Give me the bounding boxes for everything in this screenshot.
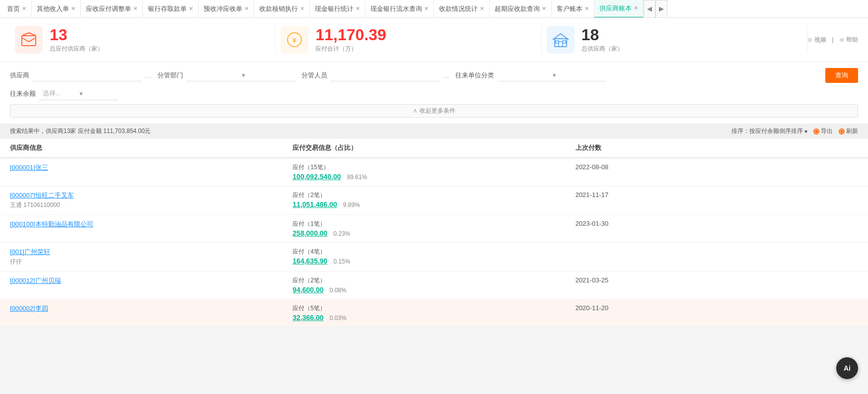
supplier-link-2[interactable]: [000100]本特勤油品有限公司 <box>10 220 93 228</box>
nav-tab-4-close[interactable]: ✕ <box>244 5 249 12</box>
nav-tab-10-label: 客户账本 <box>557 4 582 13</box>
supplier-filter-dots: ... <box>145 72 151 79</box>
summary-bar: 13 总应付供应商（家） ¥ 11,170.39 应付合计（万） 1 <box>0 18 868 62</box>
balance-filter-label: 往来余额 <box>10 89 36 98</box>
export-button[interactable]: 导出 <box>813 127 833 135</box>
sort-button[interactable]: 排序：按应付余额倒序排序 ▾ <box>731 127 807 135</box>
payable-info-2: 应付（1笔） 258,000.00 0.23% <box>292 220 575 237</box>
summary-card-total-suppliers: 18 总供应商（家） <box>542 26 807 54</box>
nav-tab-supplier-ledger[interactable]: 供应商账本 ✕ <box>594 0 644 18</box>
payable-label-2: 应付（1笔） <box>292 220 575 228</box>
summary-card-payable-suppliers: 13 总应付供应商（家） <box>10 26 276 54</box>
payable-info-0: 应付（15笔） 100,092,540.00 89.61% <box>292 163 575 181</box>
supplier-table: 供应商信息 应付交易信息（占比） 上次付数 [000001]张三 应付（15笔）… <box>0 138 868 327</box>
category-filter-select[interactable]: ▾ <box>497 69 606 81</box>
payable-info-row-1: 11,051,486.00 9.89% <box>292 199 575 208</box>
payable-info-row-0: 100,092,540.00 89.61% <box>292 172 575 181</box>
payable-amount-4[interactable]: 94,600.00 <box>292 286 323 294</box>
nav-tab-8[interactable]: 收款情况统计 ✕ <box>434 0 490 18</box>
nav-tab-home-close[interactable]: ✕ <box>22 5 26 12</box>
supplier-link-4[interactable]: [000012]广州贝瑞 <box>10 277 61 284</box>
svg-rect-6 <box>559 42 563 47</box>
store-icon <box>547 26 575 54</box>
payable-amount-0[interactable]: 100,092,540.00 <box>292 173 341 181</box>
svg-rect-0 <box>22 36 36 46</box>
dept-chevron-icon: ▾ <box>242 71 291 79</box>
export-radio-icon <box>813 129 819 134</box>
supplier-link-0[interactable]: [000001]张三 <box>10 164 48 171</box>
payable-amount-3[interactable]: 164,635.90 <box>292 257 327 265</box>
refresh-button[interactable]: 刷新 <box>839 127 858 135</box>
nav-tab-4[interactable]: 预收冲应收单 ✕ <box>199 0 254 18</box>
balance-filter-value: 选择... <box>43 89 77 98</box>
payable-amount-1[interactable]: 11,051,486.00 <box>292 200 337 208</box>
nav-tab-8-label: 收款情况统计 <box>439 4 478 13</box>
supplier-filter-input[interactable] <box>32 69 142 81</box>
balance-filter-select[interactable]: 选择... ▾ <box>39 87 118 100</box>
payable-amount-2[interactable]: 258,000.00 <box>292 229 327 237</box>
nav-tab-5-label: 收款核销执行 <box>259 4 298 13</box>
last-pay-5: 2020-11-20 <box>576 304 858 312</box>
nav-tab-supplier-ledger-close[interactable]: ✕ <box>634 5 638 11</box>
nav-arrow-right[interactable]: ▶ <box>655 0 667 18</box>
nav-tab-home[interactable]: 首页 ✕ <box>2 0 32 18</box>
supplier-link-3[interactable]: [001]广州荣轩 <box>10 248 50 256</box>
supplier-link-1[interactable]: [000007]恒旺二手叉车 <box>10 192 74 199</box>
nav-tab-8-close[interactable]: ✕ <box>480 5 484 12</box>
balance-chevron-icon: ▾ <box>79 90 114 97</box>
svg-text:¥: ¥ <box>292 36 296 44</box>
help-link[interactable]: ⊙ 帮助 <box>840 36 858 44</box>
nav-tab-7[interactable]: 现金银行流水查询 ✕ <box>365 0 434 18</box>
payable-percent-2: 0.23% <box>333 230 350 237</box>
payable-info-4: 应付（2笔） 94,600.00 0.08% <box>292 276 575 294</box>
sep: | <box>832 36 834 43</box>
nav-tab-6-close[interactable]: ✕ <box>356 5 360 12</box>
nav-tab-2[interactable]: 应收应付调整单 ✕ <box>81 0 143 18</box>
nav-tab-9[interactable]: 超期应收款查询 ✕ <box>490 0 552 18</box>
collapse-button[interactable]: ∧ 收起更多条件 <box>10 104 858 118</box>
payable-info-5: 应付（5笔） 32,366.00 0.03% <box>292 304 575 322</box>
filter-person: 分管人员 ... <box>301 69 449 81</box>
total-payable-value: 11,170.39 <box>315 26 386 44</box>
query-button[interactable]: 查询 <box>825 68 858 83</box>
nav-tab-3[interactable]: 银行存取款单 ✕ <box>143 0 199 18</box>
nav-tab-10[interactable]: 客户账本 ✕ <box>552 0 594 18</box>
payable-percent-3: 0.15% <box>333 258 350 265</box>
dept-filter-select[interactable]: ▾ <box>186 69 295 81</box>
nav-tab-1-close[interactable]: ✕ <box>71 5 75 12</box>
supplier-link-5[interactable]: [000002]李四 <box>10 305 48 312</box>
supplier-info-3: [001]广州荣轩 仔仔 <box>10 248 292 266</box>
video-link[interactable]: ⊙ 视频 <box>807 36 826 44</box>
nav-tab-9-close[interactable]: ✕ <box>542 5 546 12</box>
payable-info-row-4: 94,600.00 0.08% <box>292 285 575 294</box>
person-filter-dots: ... <box>442 72 449 79</box>
table-row: [001]广州荣轩 仔仔 应付（4笔） 164,635.90 0.15% <box>0 243 868 271</box>
supplier-sub-3: 仔仔 <box>10 258 292 266</box>
filter-supplier: 供应商 ... <box>10 69 151 81</box>
amount-icon: ¥ <box>281 26 308 54</box>
supplier-filter-label: 供应商 <box>10 71 29 80</box>
nav-tab-2-close[interactable]: ✕ <box>133 5 138 12</box>
nav-tab-5-close[interactable]: ✕ <box>300 5 304 12</box>
nav-tab-6[interactable]: 现金银行统计 ✕ <box>310 0 365 18</box>
category-filter-label: 往来单位分类 <box>455 71 494 80</box>
last-pay-2: 2023-01-30 <box>576 220 858 227</box>
nav-tab-3-close[interactable]: ✕ <box>189 5 193 12</box>
person-filter-input[interactable] <box>330 69 439 81</box>
filter-category: 往来单位分类 ▾ <box>455 69 606 81</box>
filter-row-1: 供应商 ... 分管部门 ▾ 分管人员 ... 往来单位分类 ▾ 查询 <box>10 68 858 83</box>
nav-tab-10-close[interactable]: ✕ <box>584 5 589 12</box>
nav-tab-7-close[interactable]: ✕ <box>424 5 429 12</box>
payable-amount-5[interactable]: 32,366.00 <box>292 314 323 322</box>
table-header: 供应商信息 应付交易信息（占比） 上次付数 <box>0 138 868 158</box>
summary-card-payable-suppliers-text: 13 总应付供应商（家） <box>50 26 103 53</box>
payable-info-row-3: 164,635.90 0.15% <box>292 256 575 265</box>
filter-row-2: 往来余额 选择... ▾ <box>10 87 858 100</box>
filter-section: 供应商 ... 分管部门 ▾ 分管人员 ... 往来单位分类 ▾ 查询 往来 <box>0 62 868 124</box>
payable-info-3: 应付（4笔） 164,635.90 0.15% <box>292 248 575 265</box>
payable-percent-4: 0.08% <box>330 287 347 294</box>
nav-tab-5[interactable]: 收款核销执行 ✕ <box>254 0 310 18</box>
nav-tab-1[interactable]: 其他收入单 ✕ <box>32 0 81 18</box>
payable-suppliers-value: 13 <box>50 26 103 44</box>
nav-arrow-left[interactable]: ◀ <box>644 0 655 18</box>
